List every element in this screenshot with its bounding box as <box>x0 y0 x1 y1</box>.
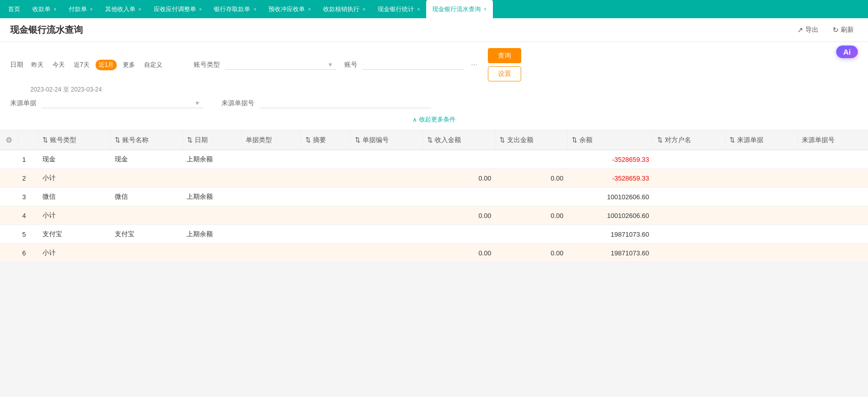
th-settings: ⚙ <box>0 130 18 150</box>
nav-tab-verify[interactable]: 收款核销执行 × <box>317 0 372 18</box>
td-source-doc <box>725 150 798 169</box>
nav-tab-fukuan[interactable]: 付款单 × <box>63 0 99 18</box>
td-account-name: 支付宝 <box>111 225 183 244</box>
td-doc-no <box>351 244 423 262</box>
date-opt-1month[interactable]: 近1月 <box>96 60 117 70</box>
td-source-doc <box>725 206 798 225</box>
date-options: 昨天 今天 近7天 近1月 更多 自定义 <box>28 60 165 70</box>
td-doc-type <box>242 225 301 244</box>
td-doc-type <box>242 206 301 225</box>
date-opt-custom[interactable]: 自定义 <box>141 60 165 70</box>
close-icon[interactable]: × <box>253 7 256 12</box>
source-doc-label: 来源单据 <box>10 99 36 108</box>
nav-tab-prepay[interactable]: 预收冲应收单 × <box>262 0 317 18</box>
close-icon[interactable]: × <box>54 7 57 12</box>
date-opt-7days[interactable]: 近7天 <box>71 60 93 70</box>
account-input[interactable] <box>362 60 464 70</box>
td-settings <box>0 244 18 262</box>
td-account-type: 现金 <box>38 150 111 169</box>
th-summary: ⇅ 摘要 <box>301 130 350 150</box>
td-balance: -3528659.33 <box>568 169 653 188</box>
td-no: 4 <box>18 206 38 225</box>
source-doc-no-label: 来源单据号 <box>221 99 254 108</box>
collapse-up-icon: ∧ <box>413 116 417 123</box>
refresh-label: 刷新 <box>841 25 854 34</box>
td-settings <box>0 188 18 206</box>
date-opt-today[interactable]: 今天 <box>50 60 68 70</box>
export-button[interactable]: ↗ 导出 <box>793 23 823 36</box>
table-row: 4 小计 0.00 0.00 100102606.60 <box>0 206 868 225</box>
nav-tab-bank-deposit[interactable]: 银行存取款单 × <box>208 0 262 18</box>
close-icon[interactable]: × <box>308 7 311 12</box>
close-icon[interactable]: × <box>90 7 93 12</box>
td-account-name: 现金 <box>111 150 183 169</box>
filter-area: 日期 昨天 今天 近7天 近1月 更多 自定义 账号类型 ▾ 账号 ··· <box>0 42 868 130</box>
nav-tab-other-income[interactable]: 其他收入单 × <box>99 0 148 18</box>
td-counterparty <box>653 225 725 244</box>
close-icon[interactable]: × <box>417 7 420 12</box>
td-counterparty <box>653 244 725 262</box>
th-doc-no: ⇅ 单据编号 <box>351 130 423 150</box>
date-opt-yesterday[interactable]: 昨天 <box>28 60 47 70</box>
td-date <box>182 206 241 225</box>
td-expense: 0.00 <box>495 244 568 262</box>
td-date <box>182 244 241 262</box>
table-row: 1 现金 现金 上期余额 -3528659.33 <box>0 150 868 169</box>
td-doc-no <box>351 150 423 169</box>
td-date: 上期余额 <box>182 225 241 244</box>
nav-tab-label: 预收冲应收单 <box>268 5 305 14</box>
close-icon[interactable]: × <box>484 7 487 12</box>
nav-tab-label: 应收应付调整单 <box>154 5 196 14</box>
setting-button[interactable]: 设置 <box>488 66 521 81</box>
td-balance: -3528659.33 <box>568 150 653 169</box>
td-summary <box>301 169 350 188</box>
account-type-filter: 账号类型 ▾ <box>194 60 336 70</box>
td-doc-no <box>351 188 423 206</box>
td-expense: 0.00 <box>495 206 568 225</box>
td-doc-no <box>351 225 423 244</box>
td-balance: 19871073.60 <box>568 244 653 262</box>
table-row: 5 支付宝 支付宝 上期余额 19871073.60 <box>0 225 868 244</box>
td-summary <box>301 225 350 244</box>
nav-tab-shoukuan[interactable]: 收款单 × <box>26 0 63 18</box>
nav-tab-cashflow[interactable]: 现金银行流水查询 × <box>426 0 493 18</box>
nav-tab-adjustment[interactable]: 应收应付调整单 × <box>148 0 208 18</box>
date-filter: 日期 昨天 今天 近7天 近1月 更多 自定义 <box>10 60 165 70</box>
account-type-select[interactable]: ▾ <box>225 60 336 70</box>
filter-row-2: 来源单据 ▾ 来源单据号 <box>10 98 858 108</box>
source-doc-no-input[interactable] <box>259 98 431 108</box>
th-date: ⇅ 日期 <box>182 130 241 150</box>
more-dots-icon[interactable]: ··· <box>469 60 479 69</box>
account-filter: 账号 ··· <box>344 60 479 70</box>
td-source-doc-no <box>798 206 868 225</box>
td-expense: 0.00 <box>495 169 568 188</box>
close-icon[interactable]: × <box>139 7 142 12</box>
nav-tab-stats[interactable]: 现金银行统计 × <box>372 0 426 18</box>
td-summary <box>301 244 350 262</box>
table-container: ⚙ ⇅ 账号类型 ⇅ 账号名称 ⇅ 日期 单据类型 ⇅ 摘要 ⇅ 单据编号 ⇅ … <box>0 130 868 262</box>
refresh-button[interactable]: ↻ 刷新 <box>829 23 858 36</box>
th-source-doc-no: 来源单据号 <box>798 130 868 150</box>
close-icon[interactable]: × <box>362 7 366 12</box>
td-settings <box>0 169 18 188</box>
td-account-name <box>111 169 183 188</box>
th-source-doc: ⇅ 来源单据 <box>725 130 798 150</box>
td-source-doc <box>725 188 798 206</box>
ai-badge[interactable]: Ai <box>836 46 858 58</box>
source-doc-select[interactable]: ▾ <box>41 98 203 108</box>
td-doc-type <box>242 169 301 188</box>
table-row: 2 小计 0.00 0.00 -3528659.33 <box>0 169 868 188</box>
date-opt-more[interactable]: 更多 <box>120 60 138 70</box>
nav-tab-label: 现金银行流水查询 <box>432 5 481 14</box>
close-icon[interactable]: × <box>199 7 202 12</box>
collapse-bar[interactable]: ∧ 收起更多条件 <box>10 112 858 124</box>
gear-icon[interactable]: ⚙ <box>6 136 12 144</box>
nav-home[interactable]: 首页 <box>2 0 26 18</box>
query-button[interactable]: 查询 <box>488 48 521 63</box>
td-summary <box>301 206 350 225</box>
td-account-name: 微信 <box>111 188 183 206</box>
td-account-type: 小计 <box>38 244 111 262</box>
date-range-display: 2023-02-24 至 2023-03-24 <box>28 85 858 94</box>
td-source-doc <box>725 244 798 262</box>
refresh-icon: ↻ <box>833 26 839 34</box>
